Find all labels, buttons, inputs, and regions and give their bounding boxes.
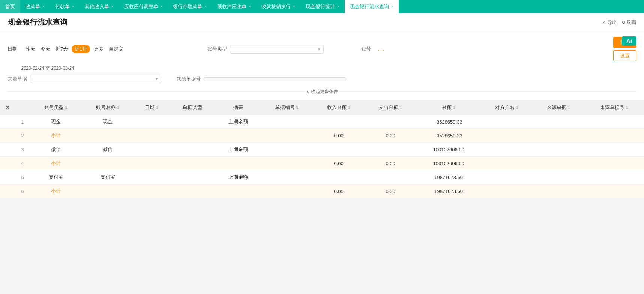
nav-item-应收应付调整单[interactable]: 应收应付调整单× [119,0,168,13]
sort-icon: ⇅ [625,106,628,110]
sort-icon: ⇅ [347,106,350,110]
cell-balance: 19871073.60 [416,170,481,184]
cell-account_name: 现金 [82,115,134,129]
col-header-settings: ⚙ [0,100,15,115]
cell-account_name [82,184,134,198]
refresh-button[interactable]: ↻ 刷新 [621,19,636,26]
nav-item-银行存取款单[interactable]: 银行存取款单× [168,0,212,13]
close-icon[interactable]: × [249,0,251,13]
collapse-up-icon: ∧ [306,89,309,94]
nav-item-收款单[interactable]: 收款单× [20,0,50,13]
ai-badge[interactable]: Ai [622,36,636,46]
account-type-label: 账号类型 [207,46,227,52]
sort-icon: ⇅ [452,106,455,110]
source-doc-filter-group: 来源单据 ▾ [8,75,161,83]
cell-counterparty [481,129,533,143]
cell-num: 1 [15,115,30,129]
cell-source_doc_no [584,157,644,170]
export-button[interactable]: ↗ 导出 [602,19,617,26]
cell-date [134,157,170,170]
close-icon[interactable]: × [293,0,295,13]
source-doc-no-input[interactable] [204,77,346,81]
col-header-date[interactable]: 日期⇅ [134,100,170,115]
cell-source_doc_no [584,170,644,184]
cell-account_type: 微信 [30,143,82,157]
cell-income: 0.00 [313,184,365,198]
account-dots-button[interactable]: ... [378,46,385,52]
close-icon[interactable]: × [111,0,114,13]
cell-balance: 100102606.60 [416,143,481,157]
nav-item-付款单[interactable]: 付款单× [50,0,80,13]
nav-item-现金银行流水查询[interactable]: 现金银行流水查询× [345,0,399,13]
col-header-expense[interactable]: 支出金额⇅ [365,100,416,115]
close-icon[interactable]: × [204,0,207,13]
cell-counterparty [481,115,533,129]
date-option-自定义[interactable]: 自定义 [107,45,125,53]
filter-row-2: 来源单据 ▾ 来源单据号 [8,75,636,83]
cell-account_name [82,157,134,170]
sort-icon: ⇅ [567,106,570,110]
close-icon[interactable]: × [161,0,163,13]
cell-source_doc [533,115,584,129]
date-option-今天[interactable]: 今天 [39,45,52,53]
sort-icon: ⇅ [399,106,402,110]
cell-doc_no [261,170,313,184]
col-header-income[interactable]: 收入金额⇅ [313,100,365,115]
cell-income: 0.00 [313,157,365,170]
table-row: 4小计0.000.00100102606.60 [0,157,644,170]
nav-item-预收冲应收单[interactable]: 预收冲应收单× [212,0,256,13]
cell-summary: 上期余额 [215,170,261,184]
date-option-更多[interactable]: 更多 [92,45,105,53]
cell-settings [0,143,15,157]
account-type-filter-group: 账号类型 ▾ [207,45,324,54]
nav-item-其他收入单[interactable]: 其他收入单× [80,0,119,13]
col-header-balance[interactable]: 余额⇅ [416,100,481,115]
date-option-昨天[interactable]: 昨天 [24,45,37,53]
col-header-source_doc[interactable]: 来源单据⇅ [533,100,584,115]
cell-counterparty [481,184,533,198]
cell-source_doc [533,157,584,170]
cell-balance: -3528659.33 [416,115,481,129]
cell-counterparty [481,170,533,184]
data-table: ⚙账号类型⇅账号名称⇅日期⇅单据类型摘要单据编号⇅收入金额⇅支出金额⇅余额⇅对方… [0,100,644,198]
nav-item-收款核销执行[interactable]: 收款核销执行× [256,0,300,13]
cell-doc_type [170,115,215,129]
settings-button[interactable]: 设置 [613,50,636,61]
source-doc-no-filter-group: 来源单据号 [176,76,346,82]
collapse-conditions-button[interactable]: ∧ 收起更多条件 [8,87,636,96]
cell-date [134,170,170,184]
cell-num: 4 [15,157,30,170]
close-icon[interactable]: × [42,0,45,13]
header-row: ⚙账号类型⇅账号名称⇅日期⇅单据类型摘要单据编号⇅收入金额⇅支出金额⇅余额⇅对方… [0,100,644,115]
cell-balance: 19871073.60 [416,184,481,198]
cell-settings [0,170,15,184]
cell-expense: 0.00 [365,129,416,143]
chevron-down-icon-2: ▾ [156,76,158,81]
col-header-counterparty[interactable]: 对方户名⇅ [481,100,533,115]
date-option-近7天[interactable]: 近7天 [54,45,69,53]
account-type-input[interactable]: ▾ [230,45,324,54]
cell-settings [0,184,15,198]
col-header-source_doc_no[interactable]: 来源单据号⇅ [584,100,644,115]
cell-income [313,115,365,129]
cell-source_doc_no [584,129,644,143]
cell-income: 0.00 [313,129,365,143]
close-icon[interactable]: × [337,0,339,13]
col-header-account_name[interactable]: 账号名称⇅ [82,100,134,115]
sort-icon: ⇅ [296,106,299,110]
date-option-近1月[interactable]: 近1月 [72,45,90,53]
table-row: 1现金现金上期余额-3528659.33 [0,115,644,129]
col-header-doc_no[interactable]: 单据编号⇅ [261,100,313,115]
col-header-account_type[interactable]: 账号类型⇅ [30,100,82,115]
cell-num: 5 [15,170,30,184]
sort-icon: ⇅ [116,106,119,110]
sort-icon: ⇅ [65,106,68,110]
close-icon[interactable]: × [391,0,393,13]
chevron-down-icon: ▾ [318,47,320,52]
nav-item-现金银行统计[interactable]: 现金银行统计× [300,0,345,13]
nav-item-首页[interactable]: 首页 [0,0,20,13]
close-icon[interactable]: × [72,0,74,13]
gear-icon[interactable]: ⚙ [5,105,11,110]
source-doc-input[interactable]: ▾ [30,75,161,83]
export-icon: ↗ [602,19,606,25]
